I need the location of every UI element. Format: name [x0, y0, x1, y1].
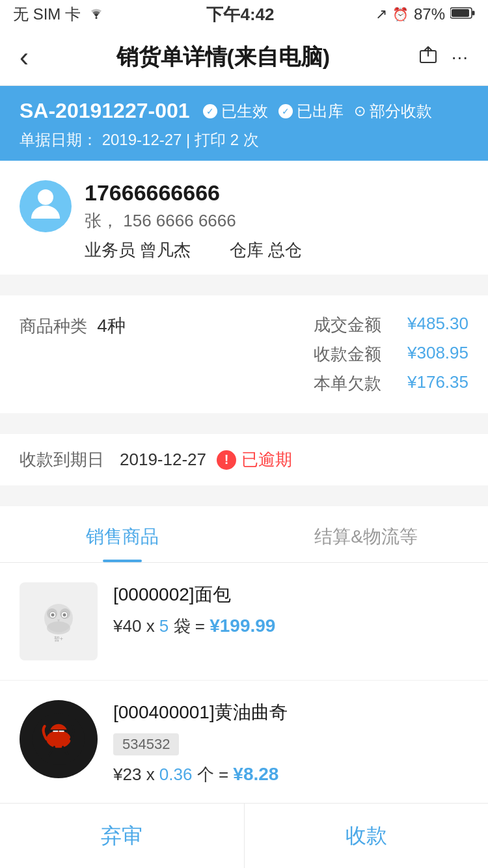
carrier-text: 无 SIM 卡: [13, 4, 81, 25]
wifi-icon: [87, 5, 105, 23]
category-value: 4种: [97, 316, 126, 336]
overdue-icon: !: [217, 450, 236, 470]
product-item-2: [000400001]黄油曲奇 534532 ¥23 x 0.36 个 = ¥8…: [0, 681, 488, 806]
back-button[interactable]: ‹: [20, 42, 29, 73]
date-info: 单据日期： 2019-12-27 | 打印 2 次: [20, 129, 468, 150]
product-total-2: ¥8.28: [233, 764, 278, 784]
svg-rect-2: [472, 11, 474, 16]
overdue-label: 已逾期: [241, 448, 292, 471]
status-time: 下午4:42: [206, 3, 274, 26]
status-right: ↗ ⏰ 87%: [375, 5, 475, 23]
stats-section: 商品种类 4种 成交金额 ¥485.30 收款金额 ¥308.95 本单欠款 ¥…: [0, 295, 488, 413]
due-section: 收款到期日 2019-12-27 ! 已逾期: [0, 434, 488, 485]
status-effective: ✓ 已生效: [203, 101, 268, 122]
header-band: SA-20191227-001 ✓ 已生效 ✓ 已出库 ⊙ 部分收款 单据日期：…: [0, 86, 488, 161]
divider-1: [0, 275, 488, 285]
customer-meta: 业务员 曾凡杰 仓库 总仓: [85, 239, 468, 262]
product-sku-2: 534532: [113, 733, 179, 755]
svg-rect-19: [53, 731, 58, 732]
svg-rect-3: [452, 9, 469, 17]
svg-point-12: [51, 614, 55, 617]
product-info-1: [0000002]面包 ¥40 x 5 袋 = ¥199.99: [113, 582, 468, 638]
page-title: 销货单详情(来自电脑): [116, 42, 331, 72]
transaction-row: 成交金额 ¥485.30: [314, 314, 468, 336]
location-icon: ↗: [375, 6, 387, 23]
clock-icon: ⊙: [354, 103, 366, 120]
due-label: 收款到期日: [20, 448, 104, 471]
svg-rect-20: [59, 731, 64, 732]
alarm-icon: ⏰: [392, 7, 409, 22]
product-image-1: 暂+: [20, 582, 98, 660]
nav-left: ‹: [20, 42, 29, 73]
product-name-2: [000400001]黄油曲奇: [113, 700, 468, 725]
battery-icon: [450, 5, 475, 23]
status-partial: ⊙ 部分收款: [354, 101, 432, 122]
svg-point-13: [63, 614, 66, 617]
tab-settlement[interactable]: 结算&物流等: [244, 506, 488, 562]
more-button[interactable]: ···: [452, 47, 468, 68]
warehouse-field: 仓库 总仓: [230, 239, 302, 262]
product-price-1: ¥40 x 5 袋 = ¥199.99: [113, 615, 468, 638]
owed-value: ¥176.35: [407, 372, 468, 395]
transaction-value: ¥485.30: [407, 314, 468, 336]
svg-point-0: [96, 17, 98, 19]
products-section: 暂+ [0000002]面包 ¥40 x 5 袋 = ¥199.99: [0, 563, 488, 806]
collected-value: ¥308.95: [407, 343, 468, 366]
status-bar: 无 SIM 卡 下午4:42 ↗ ⏰ 87%: [0, 0, 488, 29]
product-name-1: [0000002]面包: [113, 582, 468, 607]
status-tags: ✓ 已生效 ✓ 已出库 ⊙ 部分收款: [203, 101, 432, 122]
nav-bar: ‹ 销货单详情(来自电脑) ···: [0, 29, 488, 86]
customer-section: 17666666666 张， 156 6666 6666 业务员 曾凡杰 仓库 …: [0, 161, 488, 275]
share-button[interactable]: [418, 44, 439, 70]
product-item: 暂+ [0000002]面包 ¥40 x 5 袋 = ¥199.99: [0, 563, 488, 681]
check-icon-2: ✓: [278, 104, 293, 118]
product-qty-1: 5: [159, 616, 169, 636]
product-qty-2: 0.36: [159, 765, 193, 784]
svg-point-5: [38, 189, 53, 205]
product-info-2: [000400001]黄油曲奇 534532 ¥23 x 0.36 个 = ¥8…: [113, 700, 468, 786]
status-shipped: ✓ 已出库: [278, 101, 344, 122]
avatar-icon: [26, 183, 65, 230]
abandon-button[interactable]: 弃审: [0, 804, 245, 868]
battery-text: 87%: [414, 5, 445, 23]
status-left: 无 SIM 卡: [13, 4, 105, 25]
tabs-section: 销售商品 结算&物流等: [0, 506, 488, 563]
check-icon-1: ✓: [203, 104, 217, 118]
owed-row: 本单欠款 ¥176.35: [314, 372, 468, 395]
salesperson-field: 业务员 曾凡杰: [85, 239, 191, 262]
svg-text:暂+: 暂+: [54, 636, 63, 642]
due-date-value: 2019-12-27: [120, 450, 206, 470]
product-image-2: [20, 700, 98, 778]
divider-2: [0, 413, 488, 424]
nav-right: ···: [418, 44, 468, 70]
product-total-1: ¥199.99: [210, 616, 275, 636]
bottom-bar: 弃审 收款: [0, 803, 488, 868]
overdue-badge: ! 已逾期: [217, 448, 292, 471]
product-price-2: ¥23 x 0.36 个 = ¥8.28: [113, 763, 468, 786]
customer-name-phone: 张， 156 6666 6666: [85, 210, 468, 232]
tab-products[interactable]: 销售商品: [0, 506, 244, 562]
order-id: SA-20191227-001: [20, 99, 190, 123]
collected-row: 收款金额 ¥308.95: [314, 343, 468, 366]
svg-point-18: [46, 731, 70, 748]
divider-3: [0, 485, 488, 496]
customer-id: 17666666666: [85, 180, 468, 206]
avatar: [20, 180, 72, 232]
customer-info: 17666666666 张， 156 6666 6666 业务员 曾凡杰 仓库 …: [85, 180, 468, 262]
stats-left: 商品种类 4种: [20, 314, 126, 338]
svg-point-9: [47, 621, 70, 634]
stats-right: 成交金额 ¥485.30 收款金额 ¥308.95 本单欠款 ¥176.35: [314, 314, 468, 395]
collect-button[interactable]: 收款: [245, 804, 489, 868]
